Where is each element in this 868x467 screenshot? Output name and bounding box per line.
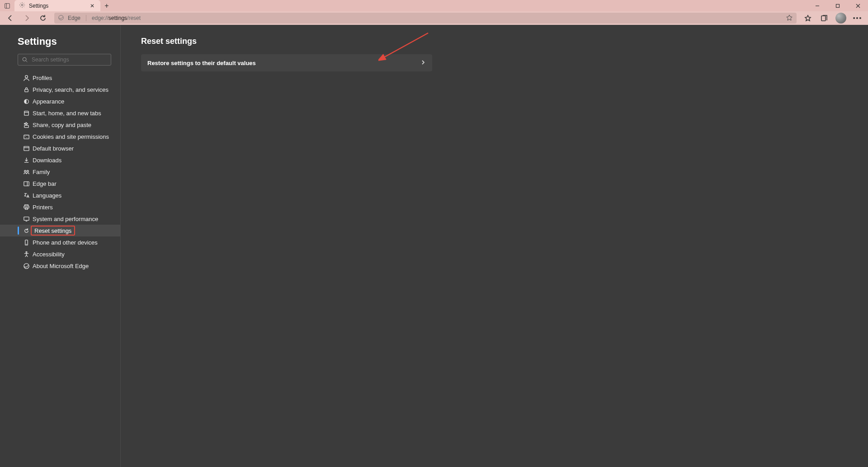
svg-rect-0 bbox=[5, 3, 10, 8]
sidebar-item-label: Share, copy and paste bbox=[33, 122, 91, 128]
app-menu-button[interactable]: ••• bbox=[850, 14, 865, 22]
home-icon bbox=[23, 109, 30, 117]
new-tab-button[interactable]: + bbox=[100, 0, 113, 11]
sidebar-item-phone-and-other-devices[interactable]: Phone and other devices bbox=[0, 236, 120, 248]
search-settings-input[interactable] bbox=[18, 54, 111, 66]
reset-icon bbox=[23, 227, 30, 234]
sidebar-item-label: Profiles bbox=[33, 75, 52, 81]
page-title: Reset settings bbox=[141, 37, 848, 46]
svg-rect-32 bbox=[24, 217, 28, 220]
sidebar-item-label: Languages bbox=[33, 192, 61, 199]
chevron-right-icon bbox=[420, 59, 426, 67]
sidebar-item-system-and-performance[interactable]: System and performance bbox=[0, 213, 120, 225]
sidebar-item-label: Cookies and site permissions bbox=[33, 133, 109, 140]
share-icon bbox=[23, 121, 30, 128]
forward-button[interactable] bbox=[19, 11, 34, 25]
sidebar-item-reset-settings[interactable]: Reset settings bbox=[0, 225, 120, 236]
search-field[interactable] bbox=[32, 57, 107, 63]
appearance-icon bbox=[23, 98, 30, 105]
window-close-button[interactable] bbox=[848, 0, 868, 11]
svg-rect-14 bbox=[24, 89, 28, 92]
accessibility-icon bbox=[23, 250, 30, 258]
sidebar-item-label: Accessibility bbox=[33, 251, 65, 258]
browser-tab-settings[interactable]: Settings ✕ bbox=[14, 0, 100, 11]
sidebar-item-accessibility[interactable]: Accessibility bbox=[0, 248, 120, 260]
sidebar-item-profiles[interactable]: Profiles bbox=[0, 72, 120, 84]
sidebar-item-edge-bar[interactable]: Edge bar bbox=[0, 178, 120, 189]
svg-rect-22 bbox=[24, 146, 28, 150]
svg-point-13 bbox=[25, 75, 28, 78]
annotation-highlight: Reset settings bbox=[31, 226, 75, 236]
svg-rect-10 bbox=[821, 16, 826, 21]
svg-point-37 bbox=[24, 263, 28, 268]
svg-rect-31 bbox=[25, 208, 28, 209]
window-titlebar: Settings ✕ + bbox=[0, 0, 868, 11]
tab-actions-button[interactable] bbox=[0, 0, 14, 11]
sidebar-item-default-browser[interactable]: Default browser bbox=[0, 142, 120, 154]
svg-point-7 bbox=[59, 15, 64, 20]
restore-defaults-card[interactable]: Restore settings to their default values bbox=[141, 54, 432, 71]
window-minimize-button[interactable] bbox=[807, 0, 827, 11]
system-icon bbox=[23, 215, 30, 222]
sidebar-item-family[interactable]: Family bbox=[0, 166, 120, 178]
favorites-button[interactable] bbox=[800, 14, 816, 22]
svg-point-21 bbox=[26, 137, 27, 138]
sidebar-item-start-home-and-new-tabs[interactable]: Start, home, and new tabs bbox=[0, 107, 120, 119]
svg-rect-19 bbox=[24, 135, 28, 138]
edge-icon bbox=[23, 262, 30, 269]
sidebar-item-privacy-search-and-services[interactable]: Privacy, search, and services bbox=[0, 84, 120, 95]
settings-nav: ProfilesPrivacy, search, and servicesApp… bbox=[0, 72, 120, 272]
phone-icon bbox=[23, 239, 30, 246]
sidebar-item-label: Start, home, and new tabs bbox=[33, 110, 101, 117]
svg-point-25 bbox=[24, 170, 26, 172]
sidebar-item-share-copy-and-paste[interactable]: Share, copy and paste bbox=[0, 119, 120, 131]
sidebar-item-label: System and performance bbox=[33, 216, 98, 222]
sidebar-item-label: About Microsoft Edge bbox=[33, 263, 89, 269]
edge-site-icon bbox=[58, 14, 64, 22]
titlebar-left: Settings ✕ + bbox=[0, 0, 113, 11]
language-icon bbox=[23, 192, 30, 199]
sidebar-item-languages[interactable]: Languages bbox=[0, 189, 120, 201]
sidebar-item-downloads[interactable]: Downloads bbox=[0, 154, 120, 166]
address-bar[interactable]: Edge edge://settings/reset bbox=[54, 13, 797, 24]
profile-icon bbox=[23, 74, 30, 81]
refresh-button[interactable] bbox=[35, 11, 51, 25]
url-text: edge://settings/reset bbox=[92, 15, 141, 21]
restore-defaults-label: Restore settings to their default values bbox=[147, 60, 256, 66]
sidebar-item-printers[interactable]: Printers bbox=[0, 201, 120, 213]
search-icon bbox=[22, 57, 28, 63]
toolbar-right: ••• bbox=[800, 13, 865, 24]
family-icon bbox=[23, 168, 30, 175]
browser-toolbar: Edge edge://settings/reset ••• bbox=[0, 11, 868, 25]
svg-point-11 bbox=[23, 57, 26, 61]
svg-rect-27 bbox=[24, 181, 28, 185]
collections-button[interactable] bbox=[816, 14, 832, 22]
close-tab-button[interactable]: ✕ bbox=[89, 2, 96, 9]
download-icon bbox=[23, 156, 30, 164]
gear-icon bbox=[19, 2, 25, 10]
svg-rect-16 bbox=[24, 111, 28, 115]
browser-icon bbox=[23, 145, 30, 152]
profile-avatar[interactable] bbox=[835, 13, 846, 24]
window-maximize-button[interactable] bbox=[827, 0, 848, 11]
svg-marker-8 bbox=[787, 15, 792, 20]
settings-main: Reset settings Restore settings to their… bbox=[121, 25, 868, 467]
svg-point-2 bbox=[21, 4, 23, 6]
tab-title: Settings bbox=[29, 3, 85, 9]
favorite-url-button[interactable] bbox=[786, 14, 793, 23]
sidebar-item-label: Family bbox=[33, 169, 50, 175]
svg-rect-4 bbox=[836, 4, 839, 7]
sidebar-title: Settings bbox=[0, 36, 120, 54]
sidebar-item-cookies-and-site-permissions[interactable]: Cookies and site permissions bbox=[0, 131, 120, 142]
site-identity-label: Edge bbox=[68, 15, 80, 21]
annotation-arrow bbox=[378, 31, 433, 62]
svg-rect-18 bbox=[24, 125, 28, 127]
edgebar-icon bbox=[23, 180, 30, 187]
sidebar-item-label: Appearance bbox=[33, 98, 64, 105]
sidebar-item-label: Reset settings bbox=[34, 227, 71, 234]
sidebar-item-appearance[interactable]: Appearance bbox=[0, 95, 120, 107]
svg-point-26 bbox=[27, 170, 28, 172]
sidebar-item-about-microsoft-edge[interactable]: About Microsoft Edge bbox=[0, 260, 120, 272]
svg-point-36 bbox=[26, 251, 27, 253]
back-button[interactable] bbox=[3, 11, 18, 25]
